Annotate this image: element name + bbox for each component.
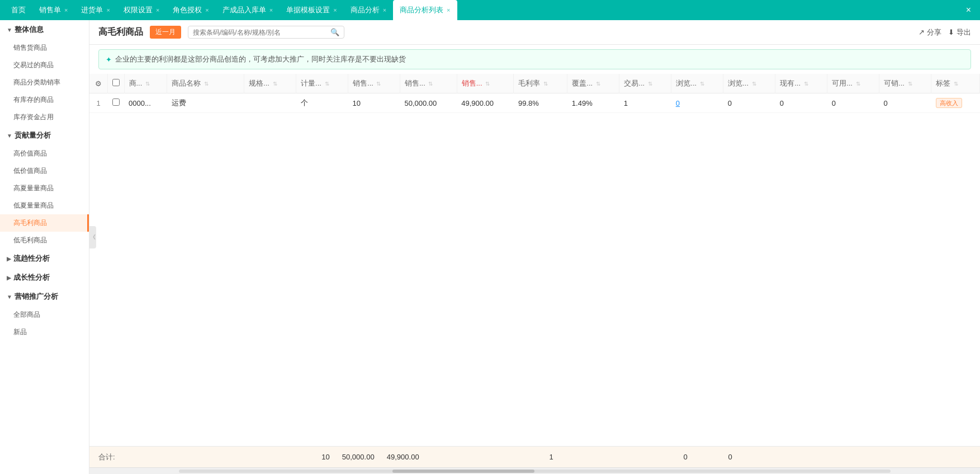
sort-icon: ⇅	[325, 81, 329, 87]
horizontal-scrollbar[interactable]	[89, 467, 980, 474]
col-gross-margin[interactable]: 毛利率 ⇅	[514, 74, 567, 93]
sidebar-item-high-frequency[interactable]: 高夏量量商品	[0, 180, 89, 197]
cell-available: 0	[827, 93, 879, 113]
nav-tab-purchase-order[interactable]: 进货单 ×	[74, 0, 116, 20]
info-banner: ✦ 企业的主要的利润都是这部分商品创造的，可考虑加大推广，同时关注库存是不要出现…	[98, 49, 971, 69]
cell-current-stock: 0	[775, 93, 827, 113]
sidebar-toggle-button[interactable]: 《	[89, 226, 96, 248]
nav-tab-template-settings[interactable]: 单据模板设置 ×	[280, 0, 343, 20]
sidebar-item-high-value[interactable]: 高价值商品	[0, 145, 89, 162]
sort-icon: ⇅	[204, 81, 209, 87]
search-icon[interactable]: 🔍	[330, 28, 339, 36]
data-table-container: ⚙ 商... ⇅ 商品名称 ⇅	[89, 74, 980, 446]
sort-icon: ⇅	[954, 81, 958, 87]
sidebar-item-high-margin[interactable]: 高毛利商品	[0, 214, 89, 232]
nav-tab-roles[interactable]: 角色授权 ×	[166, 0, 215, 20]
search-box: 🔍	[188, 26, 344, 39]
sidebar-group-growth[interactable]: ▶ 成长性分析	[0, 268, 89, 287]
main-layout: ▼ 整体信息 销售货商品 交易过的商品 商品分类助销率 有库存的商品 库存资金占…	[0, 20, 980, 474]
cell-saleable: 0	[879, 93, 931, 113]
nav-home[interactable]: 首页	[4, 0, 32, 20]
settings-icon[interactable]: ⚙	[95, 79, 102, 88]
col-sales-qty[interactable]: 销售... ⇅	[348, 74, 400, 93]
col-spec[interactable]: 规格... ⇅	[244, 74, 296, 93]
footer-label: 合计:	[98, 452, 115, 462]
cell-code: 0000...	[124, 93, 167, 113]
sidebar-item-all-goods[interactable]: 全部商品	[0, 306, 89, 323]
col-current-stock[interactable]: 现有... ⇅	[775, 74, 827, 93]
export-button[interactable]: ⬇ 导出	[948, 27, 971, 37]
row-checkbox[interactable]	[112, 98, 120, 106]
sidebar-item-new-goods[interactable]: 新品	[0, 323, 89, 341]
col-coverage[interactable]: 覆盖... ⇅	[567, 74, 619, 93]
col-tag[interactable]: 标签 ⇅	[931, 74, 980, 93]
footer-totals-bar: 合计: 10 50,000.00 49,900.00 1 0 0	[89, 446, 980, 467]
col-views2[interactable]: 浏览... ⇅	[723, 74, 775, 93]
close-icon[interactable]: ×	[205, 7, 209, 13]
cell-gross-margin: 99.8%	[514, 93, 567, 113]
sort-icon: ⇅	[804, 81, 808, 87]
chevron-right-icon: ▶	[7, 275, 11, 281]
cell-transactions: 1	[619, 93, 671, 113]
col-available[interactable]: 可用... ⇅	[827, 74, 879, 93]
nav-tab-permissions[interactable]: 权限设置 ×	[117, 0, 166, 20]
close-icon[interactable]: ×	[333, 7, 337, 13]
sidebar-item-stock-capital[interactable]: 库存资金占用	[0, 109, 89, 126]
sort-icon: ⇅	[376, 81, 381, 87]
sidebar-item-low-value[interactable]: 低价值商品	[0, 162, 89, 180]
nav-tab-product-analysis[interactable]: 商品分析 ×	[344, 0, 393, 20]
close-icon[interactable]: ×	[106, 7, 110, 13]
close-icon[interactable]: ×	[64, 7, 68, 13]
sidebar-item-sales-goods[interactable]: 销售货商品	[0, 39, 89, 57]
cell-views1: 0	[671, 93, 723, 113]
time-filter-button[interactable]: 近一月	[150, 26, 181, 39]
close-icon[interactable]: ×	[447, 7, 450, 13]
sidebar-item-category-sales-rate[interactable]: 商品分类助销率	[0, 74, 89, 91]
nav-tab-sales-order[interactable]: 销售单 ×	[32, 0, 74, 20]
sidebar-item-traded-goods[interactable]: 交易过的商品	[0, 57, 89, 74]
col-transactions[interactable]: 交易... ⇅	[619, 74, 671, 93]
col-views1[interactable]: 浏览... ⇅	[671, 74, 723, 93]
sidebar-group-marketing[interactable]: ▼ 营销推广分析	[0, 287, 89, 306]
col-settings[interactable]: ⚙	[89, 74, 107, 93]
col-unit[interactable]: 计量... ⇅	[296, 74, 348, 93]
sort-icon: ⇅	[648, 81, 652, 87]
sidebar-group-trend[interactable]: ▶ 流趋性分析	[0, 249, 89, 268]
search-input[interactable]	[193, 29, 328, 36]
footer-sales-qty: 10	[290, 453, 334, 461]
export-icon: ⬇	[948, 28, 954, 36]
close-all-tabs-button[interactable]: ×	[962, 5, 976, 15]
cell-spec	[244, 93, 296, 113]
sort-icon: ⇅	[752, 81, 756, 87]
col-saleable[interactable]: 可销... ⇅	[879, 74, 931, 93]
select-all-checkbox[interactable]	[112, 79, 120, 86]
footer-sales-profit: 49,900.00	[379, 453, 424, 461]
sidebar-item-in-stock-goods[interactable]: 有库存的商品	[0, 91, 89, 109]
table-row: 1 0000... 运费 个 10 50,000.00 49,900.00 99…	[89, 93, 980, 113]
top-navigation: 首页 销售单 × 进货单 × 权限设置 × 角色授权 × 产成品入库单 × 单据…	[0, 0, 980, 20]
cell-tag: 高收入	[931, 93, 980, 113]
cell-sales-profit: 49,900.00	[457, 93, 514, 113]
sort-icon: ⇅	[428, 81, 433, 87]
sidebar-group-overall[interactable]: ▼ 整体信息	[0, 20, 89, 39]
nav-tab-product-storage[interactable]: 产成品入库单 ×	[216, 0, 280, 20]
close-icon[interactable]: ×	[156, 7, 159, 13]
footer-current-stock: 0	[647, 453, 692, 461]
share-button[interactable]: ↗ 分享	[919, 27, 941, 37]
close-icon[interactable]: ×	[383, 7, 386, 13]
content-header: 高毛利商品 近一月 🔍 ↗ 分享 ⬇ 导出	[89, 20, 980, 45]
sort-icon: ⇅	[273, 81, 277, 87]
col-name[interactable]: 商品名称 ⇅	[167, 74, 244, 93]
cell-name: 运费	[167, 93, 244, 113]
col-code[interactable]: 商... ⇅	[124, 74, 167, 93]
sidebar-item-low-frequency[interactable]: 低夏量量商品	[0, 197, 89, 214]
table-header-row: ⚙ 商... ⇅ 商品名称 ⇅	[89, 74, 980, 93]
nav-tab-product-analysis-list[interactable]: 商品分析列表 ×	[393, 0, 457, 20]
sidebar-group-contribution[interactable]: ▼ 贡献量分析	[0, 126, 89, 145]
col-sales-profit[interactable]: 销售... ⇅	[457, 74, 514, 93]
sidebar-item-low-margin[interactable]: 低毛利商品	[0, 232, 89, 249]
scrollbar-thumb[interactable]	[392, 470, 535, 473]
close-icon[interactable]: ×	[269, 7, 273, 13]
col-sales-amount[interactable]: 销售... ⇅	[400, 74, 457, 93]
footer-transactions: 1	[513, 453, 558, 461]
